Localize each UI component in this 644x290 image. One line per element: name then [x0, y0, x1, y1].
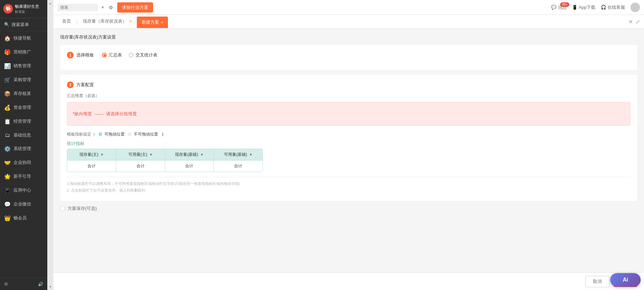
radio-summary-dot	[103, 54, 106, 56]
step2-header: 2 方案配置	[67, 81, 630, 88]
search-icon: 🔍	[4, 22, 9, 27]
sidebar-item-system[interactable]: ⚙️ 系统管理	[0, 142, 47, 156]
scroll-up-icon[interactable]: ▲	[49, 1, 52, 5]
stats-col-1-body: 合计	[116, 161, 165, 172]
settings-footer-icon[interactable]: ⚙	[4, 282, 8, 287]
stats-col-3: 可用量(基辅) ▼ 合计	[214, 149, 263, 172]
home-icon: 🏠	[4, 35, 11, 42]
sidebar-item-marketing[interactable]: 🎁 营销推广	[0, 45, 47, 59]
indicator-settings: 模板指标设定（ 可拖动位置 不可拖动位置 ）	[67, 131, 630, 137]
sidebar-item-operations[interactable]: 📋 经营管理	[0, 115, 47, 128]
tab-new-scheme-close-icon[interactable]: ×	[161, 20, 163, 24]
user-avatar[interactable]	[630, 3, 640, 12]
save-scheme-label: 方案保存(可选)	[68, 206, 97, 212]
tab-close-btn[interactable]: ✕	[628, 19, 633, 25]
app-download-button[interactable]: 📱 App下载	[572, 4, 595, 10]
sidebar-item-contract[interactable]: 🤝 企业协同	[0, 156, 47, 170]
stats-col-2-header[interactable]: 现存量(基辅) ▼	[165, 149, 214, 161]
topbar-search-input[interactable]	[57, 4, 98, 11]
page-title: 现存量(库存状况表)方案设置	[60, 34, 637, 40]
col-1-chevron-icon[interactable]: ▼	[149, 153, 153, 156]
tab-expand-btn[interactable]: ⤢	[636, 19, 640, 25]
sidebar-item-purchase[interactable]: 🛒 采购管理	[0, 73, 47, 87]
logo-icon: 畅	[3, 4, 13, 14]
vertical-dim-dash: ——	[95, 112, 103, 117]
app-icon: 📱	[572, 5, 577, 10]
step1-header: 1 选择模板 汇总表 交叉统计表	[67, 52, 630, 58]
stats-col-3-header[interactable]: 可用量(基辅) ▼	[214, 149, 263, 161]
sound-icon[interactable]: 🔊	[38, 282, 43, 287]
step2-card: 2 方案配置 汇总维度（必选） *纵向维度 —— 请选择分组维度 模板指标设定（…	[60, 75, 637, 201]
tab-home[interactable]: 首页	[57, 15, 76, 28]
vertical-dim-label: *纵向维度	[73, 111, 92, 117]
tab-inventory-status[interactable]: 现存量（库存状况表） ×	[78, 15, 137, 28]
sidebar-logo: 畅 畅康通好生意 标准版	[0, 0, 47, 18]
radio-cross-circle	[129, 53, 133, 57]
chart-icon: 📊	[4, 63, 11, 69]
stats-col-1: 可用量(主) ▼ 合计	[116, 149, 165, 172]
topbar-right: 💬 消息 99+ 📱 App下载 🎧 在线客服	[551, 3, 640, 12]
radio-cross[interactable]: 交叉统计表	[129, 52, 157, 58]
not-draggable-indicator: 不可拖动位置	[128, 131, 158, 137]
sidebar-nav: 🏠 快捷导航 🎁 营销推广 📊 销售管理 🛒 采购管理 📦 库存核算 💰 资金管…	[0, 31, 47, 278]
step1-label: 选择模板	[76, 52, 94, 58]
sidebar-item-sales[interactable]: 📊 销售管理	[0, 59, 47, 73]
sidebar-item-new-guide[interactable]: 🌟 新手引导	[0, 170, 47, 184]
gear-icon: ⚙️	[4, 146, 11, 152]
sidebar-item-quick-nav[interactable]: 🏠 快捷导航	[0, 31, 47, 45]
sidebar-item-member[interactable]: 👑 畅会员	[0, 211, 47, 225]
tab-inventory-close-icon[interactable]: ×	[129, 19, 132, 24]
save-scheme-checkbox[interactable]	[60, 206, 65, 211]
topbar-gear-icon[interactable]: ⚙	[107, 3, 115, 11]
sidebar-search[interactable]: 🔍 搜索菜单	[0, 18, 47, 31]
col-0-chevron-icon[interactable]: ▼	[100, 153, 104, 156]
headset-icon: 🎧	[601, 5, 606, 10]
tab-new-scheme[interactable]: 新建方案 ×	[137, 17, 168, 28]
stats-header-row: 现存量(主) ▼ 合计 可用量(主) ▼ 合计	[67, 149, 263, 172]
sidebar-scroll[interactable]: ▲ ▼	[47, 0, 53, 290]
chat-icon: 💬	[4, 201, 11, 208]
sidebar-item-wechat[interactable]: 💬 企业微信	[0, 197, 47, 211]
col-3-chevron-icon[interactable]: ▼	[249, 153, 252, 156]
ai-float-button[interactable]: Ai	[610, 273, 641, 287]
stats-col-2: 现存量(基辅) ▼ 合计	[165, 149, 214, 172]
sidebar-item-app-center[interactable]: 📱 应用中心	[0, 184, 47, 197]
radio-summary[interactable]: 汇总表	[102, 52, 122, 58]
stats-col-2-body: 合计	[165, 161, 214, 172]
stats-col-0-body: 合计	[67, 161, 116, 172]
cart-icon: 🛒	[4, 77, 11, 83]
step1-number: 1	[67, 52, 74, 58]
gift-icon: 🎁	[4, 49, 11, 55]
message-badge: 99+	[560, 2, 569, 7]
money-icon: 💰	[4, 104, 11, 111]
step2-number: 2	[67, 81, 74, 88]
stats-col-1-header[interactable]: 可用量(主) ▼	[116, 149, 165, 161]
trial-button[interactable]: 体验行业方案	[117, 2, 153, 13]
indicator-label-prefix: 模板指标设定（	[67, 131, 95, 137]
scroll-down-icon[interactable]: ▼	[49, 285, 52, 289]
sidebar-footer: ⚙ 🔊	[0, 278, 47, 290]
sidebar-item-inventory[interactable]: 📦 库存核算	[0, 87, 47, 101]
draggable-indicator: 可拖动位置	[99, 131, 125, 137]
topbar-chevron-icon[interactable]: ▼	[101, 5, 105, 10]
stats-col-0-header[interactable]: 现存量(主) ▼	[67, 149, 116, 161]
sidebar-item-basic-info[interactable]: 🗂 基础信息	[0, 128, 47, 142]
step2-label: 方案配置	[76, 82, 94, 88]
handshake-icon: 🤝	[4, 160, 11, 166]
sidebar-item-finance[interactable]: 💰 资金管理	[0, 101, 47, 115]
message-icon: 💬	[551, 5, 556, 10]
tabs-bar: 首页 | 现存量（库存状况表） × 新建方案 × ✕ ⤢	[53, 15, 644, 29]
vertical-dimension-zone[interactable]: *纵向维度 —— 请选择分组维度	[67, 102, 630, 126]
summary-dimension-label: 汇总维度（必选）	[67, 93, 630, 99]
stats-col-3-body: 合计	[214, 161, 263, 172]
template-radio-group: 汇总表 交叉统计表	[102, 52, 157, 58]
clipboard-icon: 📋	[4, 118, 11, 125]
online-service-button[interactable]: 🎧 在线客服	[601, 4, 625, 10]
topbar: ▼ ⚙ 体验行业方案 💬 消息 99+ 📱 App下载 🎧 在线客服	[53, 0, 644, 15]
phone-icon: 📱	[4, 187, 11, 194]
tips-section: 1.拖动标题栏可以调整布局，不可跨维度或指标区域拖动栏目字段(只能在同一维度或指…	[67, 177, 630, 194]
cancel-button[interactable]: 取消	[585, 276, 610, 287]
logo-text: 畅康通好生意 标准版	[15, 4, 39, 14]
col-2-chevron-icon[interactable]: ▼	[200, 153, 203, 156]
message-button[interactable]: 💬 消息 99+	[551, 4, 567, 10]
